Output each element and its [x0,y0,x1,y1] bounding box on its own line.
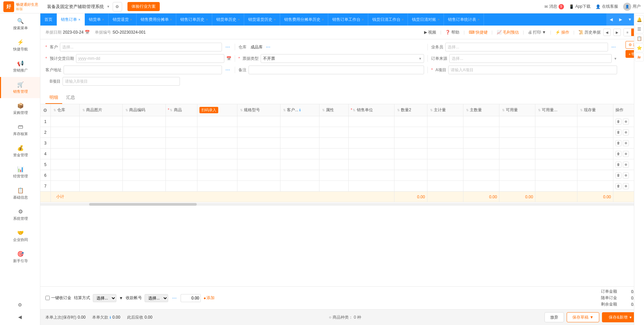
system-settings-btn[interactable]: ⚙ [113,2,122,11]
sidebar-item-sales[interactable]: 🛒 销售管理 [0,77,40,98]
address-more-btn[interactable]: ··· [224,67,231,73]
copy-row-7[interactable]: ⊕ [623,183,629,189]
right-panel-ie[interactable]: Ie [635,53,644,62]
tab-order-history-close[interactable]: × [206,18,208,22]
right-panel-star[interactable]: ⭐ [635,43,644,52]
date-picker-icon[interactable]: 📅 [85,30,90,35]
tab-cash-workbench[interactable]: 钱货日清工作台 × [368,13,408,26]
sidebar-item-operations[interactable]: 📊 经营管理 [0,162,40,183]
sidebar-item-purchase[interactable]: 📦 采购管理 [0,98,40,119]
delete-row-3[interactable]: 🗑 [615,140,621,146]
sidebar-item-enterprise[interactable]: 🤝 企业协同 [0,225,40,246]
deposit-checkbox-label[interactable]: 一键收订金 [45,295,71,301]
scan-btn[interactable]: 扫码录入 [199,107,218,113]
tab-detail[interactable]: 明细 [45,92,62,104]
table-scrollbar[interactable] [40,203,644,206]
tab-sales-return[interactable]: 销货退货 × [109,13,137,26]
copy-row-4[interactable]: ⊕ [623,151,629,157]
right-panel-list[interactable]: ☰ [635,25,644,33]
delete-row-4[interactable]: 🗑 [615,151,621,157]
sidebar-item-finance[interactable]: 💰 资金管理 [0,140,40,162]
operation-action[interactable]: ⚡ 操作 [555,30,569,35]
system-dropdown-arrow[interactable]: ▼ [107,5,110,8]
copy-row-3[interactable]: ⊕ [623,140,629,146]
sidebar-item-marketing[interactable]: 📢 营销推广 [0,56,40,77]
delete-row-1[interactable]: 🗑 [615,119,621,125]
shortcut-action[interactable]: ⌨ 快捷键 [469,30,488,35]
sidebar-gear-btn[interactable]: ⚙ [15,300,25,310]
profit-action[interactable]: 📈 毛利预估 [497,30,519,35]
sidebar-item-guide[interactable]: ⚡ 快捷导航 [0,35,40,56]
tab-sales-order[interactable]: 销售订单 × [57,13,85,26]
copy-row-1[interactable]: ⊕ [623,119,629,125]
delete-row-6[interactable]: 🗑 [615,172,621,178]
tab-sales-order-close[interactable]: × [78,18,80,22]
tab-sales-invoice[interactable]: 销货单 × [85,13,109,26]
help-action[interactable]: ❓ 帮助 [445,30,459,35]
tab-invoice-history-close[interactable]: × [238,18,240,22]
copy-row-5[interactable]: ⊕ [623,162,629,168]
customer-more-btn[interactable]: ··· [224,44,231,50]
tab-fee-split-close[interactable]: × [170,18,172,22]
save-draft-btn[interactable]: 保存草稿 ▼ [567,312,599,322]
history-action[interactable]: 📜 历史单据 [578,30,601,35]
tab-fee-history[interactable]: 销售费用分摊单历史 × [280,13,328,26]
tab-return-history-close[interactable]: × [274,18,276,22]
payment-method-select[interactable]: 选择... [93,294,116,302]
save-new-btn[interactable]: 保存&新增 ▼ [602,312,639,322]
deposit-amount[interactable] [181,294,201,302]
tab-more-btn[interactable]: ▼ [625,13,635,26]
user-btn[interactable]: 👤 用户 [623,3,641,11]
tab-invoice-history[interactable]: 销货单历史 × [212,13,244,26]
account-select[interactable]: 选择... [145,294,168,302]
customer-input[interactable] [60,43,222,51]
prev-record-btn[interactable]: ◀ [603,29,611,36]
list-view-btn[interactable]: ≡ [624,29,631,36]
tab-prev-btn[interactable]: ◀ [606,13,616,26]
tab-order-workbench-close[interactable]: × [362,18,364,22]
sidebar-item-inventory[interactable]: 🗃 库存核算 [0,119,40,140]
a-project-input[interactable] [448,66,617,74]
view-action[interactable]: ▶ 视频 [424,30,436,35]
next-record-btn[interactable]: ▶ [613,29,621,36]
tab-home[interactable]: 首页 [40,13,57,26]
delete-row-2[interactable]: 🗑 [615,129,621,135]
current-due-info[interactable]: ℹ [110,316,111,319]
tab-cash-workbench-close[interactable]: × [402,18,404,22]
sidebar-item-newbie[interactable]: 🎯 新手引导 [0,246,40,268]
online-service-btn[interactable]: 👤 在线客服 [596,4,618,9]
right-panel-bell[interactable]: 🔔 [635,15,644,24]
tab-order-workbench[interactable]: 销售订单工作台 × [328,13,368,26]
deposit-checkbox[interactable] [45,296,50,300]
address-input[interactable] [64,66,222,74]
tab-summary[interactable]: 汇总 [62,92,79,104]
sidebar-collapse-btn[interactable]: ◀ [15,312,25,322]
col-settings-icon[interactable]: ⚙ [43,108,47,113]
order-source-input[interactable] [449,54,612,63]
right-panel-clipboard[interactable]: 📋 [635,34,644,43]
tab-order-history[interactable]: 销售订单历史 × [176,13,212,26]
tab-fee-history-close[interactable]: × [322,18,324,22]
tab-fee-split[interactable]: 销售费用分摊单 × [137,13,177,26]
discard-btn[interactable]: 放弃 [544,312,564,322]
sidebar-item-system[interactable]: ⚙ 系统管理 [0,204,40,225]
tab-cash-reconcile[interactable]: 钱货日清对账 × [408,13,444,26]
app-download-btn[interactable]: 📱 App下载 [569,4,591,9]
tab-next-btn[interactable]: ▶ [616,13,625,26]
tab-sales-stats[interactable]: 销售订单统计表 × [444,13,484,26]
sidebar-item-search[interactable]: 🔍 搜索菜单 [0,13,40,35]
tab-return-history[interactable]: 销货退货历史 × [244,13,280,26]
tab-sales-stats-close[interactable]: × [478,18,480,22]
calendar-icon[interactable]: 📅 [226,56,231,61]
b-project-input[interactable] [63,77,180,86]
message-btn[interactable]: ✉ 消息 9 [544,4,564,9]
warehouse-more-btn[interactable]: ··· [265,44,272,50]
industry-btn[interactable]: 体验行业方案 [127,2,160,11]
add-btn[interactable]: ● 添加 [203,295,215,301]
copy-row-2[interactable]: ⊕ [623,129,629,135]
account-more-btn[interactable]: ··· [171,295,178,301]
salesperson-input[interactable] [445,43,608,51]
delivery-date-input[interactable] [76,54,224,63]
sidebar-item-basic[interactable]: 📋 基础信息 [0,183,40,204]
tab-cash-reconcile-close[interactable]: × [438,18,440,22]
